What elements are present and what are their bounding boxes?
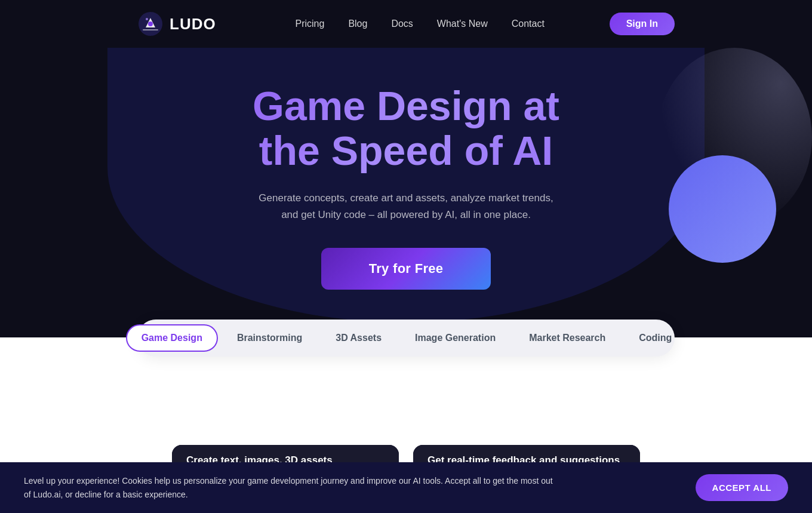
svg-point-1: [148, 21, 153, 26]
nav-links: Pricing Blog Docs What's New Contact: [259, 19, 581, 29]
cookie-text: Level up your experience! Cookies help u…: [24, 474, 561, 501]
hero-title-line1: Game Design at: [253, 83, 559, 128]
logo-text: LUDO: [170, 15, 216, 33]
nav-link-blog[interactable]: Blog: [348, 19, 367, 29]
cookie-banner: Level up your experience! Cookies help u…: [0, 462, 812, 513]
svg-point-2: [146, 18, 148, 20]
try-for-free-button[interactable]: Try for Free: [321, 248, 491, 290]
hero-title-line2: the Speed of AI: [259, 128, 553, 173]
hero-section: Game Design at the Speed of AI Generate …: [0, 48, 812, 337]
hero-content: Game Design at the Speed of AI Generate …: [0, 48, 812, 337]
logo[interactable]: LUDO: [137, 11, 216, 37]
navbar: LUDO Pricing Blog Docs What's New Contac…: [0, 0, 812, 48]
sign-in-button[interactable]: Sign In: [610, 13, 675, 35]
nav-link-whats-new[interactable]: What's New: [437, 19, 488, 29]
hero-title: Game Design at the Speed of AI: [12, 84, 800, 173]
accept-cookies-button[interactable]: ACCEPT ALL: [696, 474, 788, 501]
tabs-section: Game Design Brainstorming 3D Assets Imag…: [0, 337, 812, 445]
nav-link-docs[interactable]: Docs: [391, 19, 413, 29]
hero-subtitle: Generate concepts, create art and assets…: [251, 190, 561, 225]
nav-link-contact[interactable]: Contact: [512, 19, 545, 29]
nav-link-pricing[interactable]: Pricing: [295, 19, 324, 29]
